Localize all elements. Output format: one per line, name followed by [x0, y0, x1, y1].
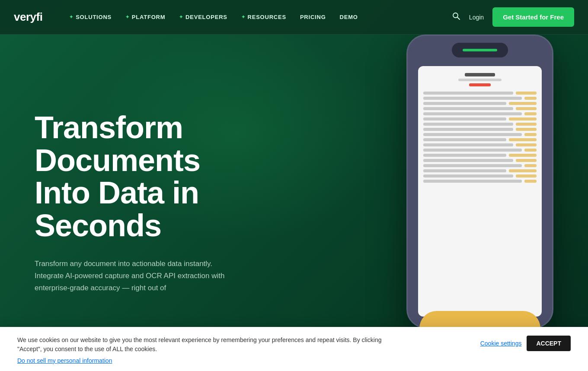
cookie-top: We use cookies on our website to give yo… [17, 336, 571, 354]
island-bar [463, 49, 497, 51]
receipt-row [423, 107, 537, 110]
hero-content: Transform Documents Into Data in Seconds… [0, 77, 259, 294]
search-icon[interactable] [452, 12, 460, 22]
spark-icon-4: ✦ [241, 14, 246, 20]
nav-item-platform[interactable]: ✦ PLATFORM [119, 10, 171, 24]
receipt-row [423, 117, 537, 120]
nav-item-pricing[interactable]: PRICING [294, 10, 332, 24]
navbar: veryfi ✦ SOLUTIONS ✦ PLATFORM ✦ DEVELOPE… [0, 0, 588, 35]
nav-links: ✦ SOLUTIONS ✦ PLATFORM ✦ DEVELOPERS ✦ RE… [63, 10, 451, 24]
receipt-row [423, 169, 537, 172]
spark-icon: ✦ [69, 14, 74, 20]
receipt-row [423, 128, 537, 131]
receipt-row [423, 102, 537, 105]
login-button[interactable]: Login [469, 14, 484, 21]
receipt-row [423, 159, 537, 162]
receipt-row [423, 92, 537, 95]
hero-description: Transform any document into actionable d… [35, 258, 242, 294]
nav-item-solutions[interactable]: ✦ SOLUTIONS [63, 10, 118, 24]
cookie-settings-button[interactable]: Cookie settings [480, 340, 522, 347]
receipt-header [423, 73, 537, 86]
receipt-row [423, 164, 537, 167]
phone-dynamic-island [452, 43, 508, 57]
phone-body [406, 35, 553, 328]
spark-icon-3: ✦ [179, 14, 183, 20]
receipt-row [423, 112, 537, 115]
receipt-row [423, 138, 537, 141]
nav-item-developers[interactable]: ✦ DEVELOPERS [173, 10, 233, 24]
accept-cookies-button[interactable]: ACCEPT [527, 336, 571, 351]
logo[interactable]: veryfi [14, 10, 42, 24]
receipt-row [423, 154, 537, 157]
cookie-text: We use cookies on our website to give yo… [17, 336, 406, 354]
cookie-actions: Cookie settings ACCEPT [480, 336, 571, 351]
hero-title: Transform Documents Into Data in Seconds [35, 111, 259, 242]
receipt-row [423, 133, 537, 136]
receipt-row [423, 174, 537, 178]
receipt-line-red [469, 83, 491, 86]
receipt-line [465, 73, 495, 76]
receipt-line [458, 79, 502, 81]
receipt-row [423, 97, 537, 100]
cookie-banner: We use cookies on our website to give yo… [0, 327, 588, 371]
svg-point-0 [453, 13, 458, 18]
phone-illustration [406, 35, 553, 328]
hero-section: Transform Documents Into Data in Seconds… [0, 0, 588, 371]
nav-item-demo[interactable]: DEMO [334, 10, 364, 24]
get-started-button[interactable]: Get Started for Free [492, 7, 574, 27]
receipt-row [423, 123, 537, 126]
receipt-row [423, 180, 537, 183]
receipt-row [423, 149, 537, 152]
svg-line-1 [457, 17, 460, 19]
phone-screen [418, 66, 542, 317]
spark-icon-2: ✦ [125, 14, 130, 20]
do-not-sell-link[interactable]: Do not sell my personal information [17, 357, 571, 364]
nav-item-resources[interactable]: ✦ RESOURCES [235, 10, 292, 24]
receipt-row [423, 143, 537, 146]
nav-right: Login Get Started for Free [452, 7, 574, 27]
